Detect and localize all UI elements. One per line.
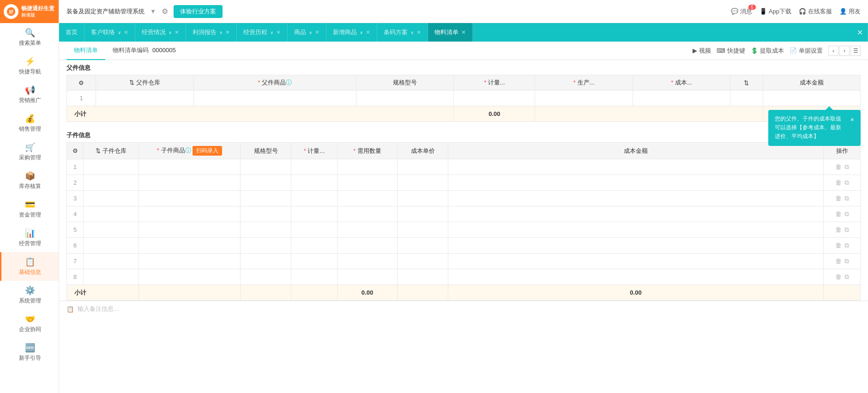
child-row-5-spec[interactable] (241, 222, 291, 238)
child-th-warehouse[interactable]: ⇅ 子件仓库 (84, 143, 139, 159)
child-row-8-spec[interactable] (241, 269, 291, 285)
child-row-1-warehouse[interactable] (84, 159, 139, 175)
toolbar-shortcut[interactable]: ⌨ 快捷键 (717, 47, 745, 55)
child-row-1-qty[interactable] (338, 159, 398, 175)
child-row-3-cost-amount[interactable] (448, 191, 824, 206)
parent-th-production[interactable]: * 生产... (535, 75, 633, 91)
dropdown-arrow[interactable]: ▼ (150, 8, 156, 15)
child-row-6-qty[interactable] (338, 238, 398, 254)
sidebar-item-guide[interactable]: 🆕新手引导 (0, 338, 59, 367)
child-row-7-qty[interactable] (338, 254, 398, 269)
child-row-6-goods[interactable] (139, 238, 241, 254)
delete-icon-3[interactable]: 🗑 (835, 194, 842, 202)
prev-arrow[interactable]: ‹ (828, 46, 838, 56)
child-th-spec[interactable]: 规格型号 (241, 143, 291, 159)
tab-bom-close[interactable]: ✕ (461, 29, 466, 36)
delete-icon-2[interactable]: 🗑 (835, 179, 842, 187)
sidebar-item-system[interactable]: ⚙️系统管理 (0, 281, 59, 309)
sidebar-item-basic[interactable]: 📋基础信息 (0, 252, 59, 281)
tab-add-goods[interactable]: 新增商品∨✕ (326, 23, 377, 42)
child-row-1-unit-cost[interactable] (398, 159, 448, 175)
child-row-6-unit-cost[interactable] (398, 238, 448, 254)
tab-bom[interactable]: 物料清单✕ (428, 23, 473, 42)
child-row-7-unit-cost[interactable] (398, 254, 448, 269)
tab-barcode[interactable]: 条码方案∨✕ (377, 23, 428, 42)
child-row-5-measure[interactable] (291, 222, 338, 238)
child-row-7-measure[interactable] (291, 254, 338, 269)
parent-th-cost[interactable]: * 成本... (633, 75, 730, 91)
child-row-2-qty[interactable] (338, 175, 398, 191)
child-row-5-warehouse[interactable] (84, 222, 139, 238)
child-row-3-unit-cost[interactable] (398, 191, 448, 206)
tab-close-all[interactable]: ✕ (852, 23, 868, 42)
child-row-5-qty[interactable] (338, 222, 398, 238)
child-row-2-spec[interactable] (241, 175, 291, 191)
copy-icon-6[interactable]: ⧉ (844, 242, 849, 249)
child-row-8-unit-cost[interactable] (398, 269, 448, 285)
copy-icon-3[interactable]: ⧉ (844, 194, 849, 202)
delete-icon-5[interactable]: 🗑 (835, 226, 842, 234)
sidebar-item-quick-nav[interactable]: ⚡快捷导航 (0, 52, 59, 80)
child-row-5-cost-amount[interactable] (448, 222, 824, 238)
sidebar-item-sales[interactable]: 💰销售管理 (0, 109, 59, 138)
child-row-4-spec[interactable] (241, 206, 291, 222)
parent-row-1-warehouse[interactable] (96, 91, 193, 106)
child-row-6-measure[interactable] (291, 238, 338, 254)
sidebar-item-finance[interactable]: 💳资金管理 (0, 195, 59, 224)
child-row-8-goods[interactable] (139, 269, 241, 285)
tab-home[interactable]: 首页 (59, 23, 84, 42)
tab-ops-history-close[interactable]: ✕ (276, 29, 281, 36)
sidebar-item-marketing[interactable]: 📢营销推广 (0, 80, 59, 109)
delete-icon-4[interactable]: 🗑 (835, 210, 842, 218)
child-row-8-qty[interactable] (338, 269, 398, 285)
toolbar-extract-cost[interactable]: 💲 提取成本 (751, 47, 784, 55)
parent-row-1-cost-amount[interactable] (763, 91, 860, 106)
sidebar-item-ops[interactable]: 📊经营管理 (0, 224, 59, 252)
child-row-6-cost-amount[interactable] (448, 238, 824, 254)
tab-profit-close[interactable]: ✕ (225, 29, 230, 36)
delete-icon-7[interactable]: 🗑 (835, 257, 842, 265)
sub-tab-bom-list[interactable]: 物料清单 (66, 42, 105, 60)
parent-th-gear[interactable]: ⚙ (67, 75, 96, 91)
child-row-5-unit-cost[interactable] (398, 222, 448, 238)
child-row-1-cost-amount[interactable] (448, 159, 824, 175)
gear-settings-icon[interactable]: ⚙ (162, 7, 168, 16)
child-row-2-measure[interactable] (291, 175, 338, 191)
child-th-measure[interactable]: * 计量... (291, 143, 338, 159)
child-row-8-warehouse[interactable] (84, 269, 139, 285)
app-download-btn[interactable]: 📱 App下载 (760, 7, 791, 16)
child-row-4-cost-amount[interactable] (448, 206, 824, 222)
user-btn[interactable]: 👤 用友 (839, 7, 861, 16)
delete-icon-8[interactable]: 🗑 (835, 273, 842, 281)
tab-ops-history[interactable]: 经营历程∨✕ (237, 23, 288, 42)
tab-customer[interactable]: 客户联络∨✕ (84, 23, 135, 42)
message-btn[interactable]: 💬 消息 6 (731, 7, 752, 16)
sidebar-item-purchase[interactable]: 🛒采购管理 (0, 138, 59, 166)
child-row-6-spec[interactable] (241, 238, 291, 254)
parent-th-measure[interactable]: * 计量... (454, 75, 535, 91)
child-row-4-goods[interactable] (139, 206, 241, 222)
child-row-6-warehouse[interactable] (84, 238, 139, 254)
child-th-goods[interactable]: * 子件商品ⓘ 扫码录入 (139, 143, 241, 159)
tab-add-goods-close[interactable]: ✕ (366, 29, 370, 36)
child-row-3-warehouse[interactable] (84, 191, 139, 206)
child-row-1-spec[interactable] (241, 159, 291, 175)
delete-icon-1[interactable]: 🗑 (835, 163, 842, 171)
delete-icon-6[interactable]: 🗑 (835, 242, 842, 249)
child-row-3-goods[interactable] (139, 191, 241, 206)
parent-th-goods[interactable]: * 父件商品ⓘ (193, 75, 356, 91)
copy-icon-8[interactable]: ⧉ (844, 273, 849, 281)
tab-ops-status-close[interactable]: ✕ (175, 29, 179, 36)
parent-row-1-spec[interactable] (356, 91, 453, 106)
tab-goods[interactable]: 商品∨✕ (288, 23, 326, 42)
toolbar-view[interactable]: ▶ 视频 (693, 47, 711, 55)
tab-profit[interactable]: 利润报告∨✕ (186, 23, 237, 42)
child-th-gear[interactable]: ⚙ (67, 143, 84, 159)
toolbar-single-settings[interactable]: 📄 单据设置 (790, 47, 823, 55)
tab-goods-close[interactable]: ✕ (315, 29, 319, 36)
online-service-btn[interactable]: 🎧 在线客服 (799, 7, 832, 16)
parent-row-1-production[interactable] (535, 91, 633, 106)
copy-icon-7[interactable]: ⧉ (844, 257, 849, 265)
parent-row-1-goods[interactable] (193, 91, 356, 106)
child-th-qty[interactable]: * 需用数量 (338, 143, 398, 159)
